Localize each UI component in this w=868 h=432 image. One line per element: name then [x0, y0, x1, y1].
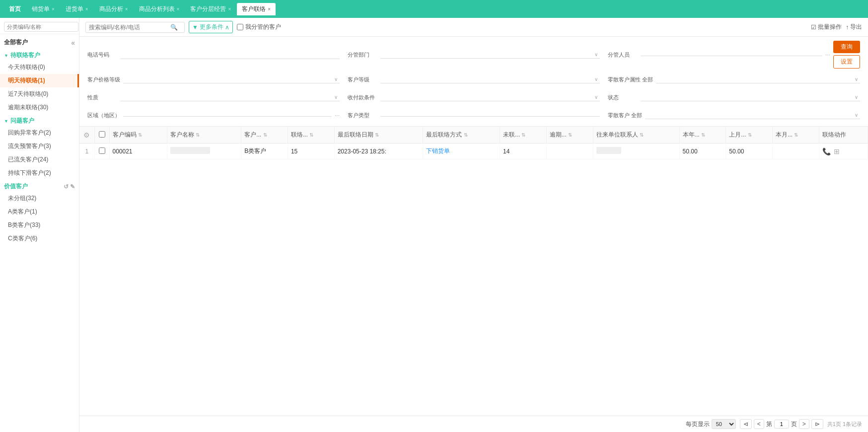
- sales-close-icon[interactable]: ×: [52, 6, 55, 12]
- select-all-checkbox[interactable]: [99, 131, 105, 138]
- page-unit: 页: [791, 420, 797, 429]
- nav-sales[interactable]: 销货单 ×: [27, 3, 60, 15]
- sidebar-item-churn-warning[interactable]: 流失预警客户(3): [0, 140, 79, 153]
- nav-purchase[interactable]: 进货单 ×: [61, 3, 93, 15]
- customer-tier-close-icon[interactable]: ×: [228, 6, 231, 12]
- row-last-method: 下销货单: [423, 144, 500, 159]
- today-contact-label: 今天待联络(0): [8, 64, 45, 71]
- retail-customer-select[interactable]: ∨: [645, 111, 860, 119]
- purchase-close-icon[interactable]: ×: [85, 6, 88, 12]
- table-area: ⚙ 客户编码 ⇅ 客户名称 ⇅: [79, 127, 868, 416]
- query-btn[interactable]: 查询: [833, 41, 860, 53]
- th-type[interactable]: 客户... ⇅: [241, 127, 288, 144]
- filter-row-retail-attr: 零散客户属性 全部 ∨: [608, 72, 860, 86]
- sidebar-item-tomorrow-contact[interactable]: 明天待联络(1): [0, 74, 79, 87]
- th-contact-count[interactable]: 联络... ⇅: [288, 127, 334, 144]
- row-num-value: 1: [85, 148, 88, 155]
- nav-goods-analysis[interactable]: 商品分析 ×: [94, 3, 133, 15]
- phone-action-icon[interactable]: 📞: [822, 147, 831, 155]
- sidebar-item-repurchase-abnormal[interactable]: 回购异常客户(2): [0, 126, 79, 140]
- retail-attr-select[interactable]: ∨: [656, 75, 860, 83]
- filter-search-icon[interactable]: 🔍: [170, 24, 178, 31]
- payment-select[interactable]: ∨: [380, 93, 600, 101]
- row-checkbox[interactable]: [99, 147, 105, 154]
- refresh-icon[interactable]: ↺: [64, 183, 69, 190]
- sidebar-group-pending[interactable]: 待联络客户: [0, 49, 79, 61]
- more-filters-btn[interactable]: ▼ 更多条件 ∧: [189, 21, 233, 33]
- page-number-input[interactable]: [774, 420, 789, 429]
- sidebar-search-input[interactable]: [4, 22, 78, 32]
- sidebar-item-churned[interactable]: 已流失客户(24): [0, 153, 79, 166]
- batch-label: 批量操作: [818, 23, 842, 31]
- th-contact-person[interactable]: 往来单位联系人 ⇅: [593, 127, 679, 144]
- customer-level-chevron-icon: ∨: [594, 76, 598, 82]
- problem-group-label: 问题客户: [10, 117, 34, 125]
- nature-select[interactable]: ∨: [120, 93, 340, 101]
- customer-level-select[interactable]: ∨: [380, 75, 600, 83]
- th-last-month[interactable]: 上月... ⇅: [726, 127, 773, 144]
- batch-btn[interactable]: ☑ 批量操作: [811, 23, 842, 31]
- th-last-date-label: 最后联络日期: [338, 131, 373, 138]
- export-btn[interactable]: ↑ 导出: [846, 23, 862, 31]
- sidebar-group-problem[interactable]: 问题客户: [0, 114, 79, 126]
- goods-analysis-list-label: 商品分析列表: [139, 5, 175, 13]
- row-last-method-link[interactable]: 下销货单: [426, 147, 450, 154]
- row-check[interactable]: [94, 144, 109, 159]
- first-page-btn[interactable]: ⊲: [740, 419, 752, 429]
- filter-bar: 🔍 ▼ 更多条件 ∧ 我分管的客户 ☑ 批量操作 ↑ 导出: [79, 18, 868, 37]
- sidebar-item-class-c[interactable]: C类客户(6): [0, 232, 79, 245]
- status-select[interactable]: ∨: [641, 93, 860, 101]
- nav-goods-analysis-list[interactable]: 商品分析列表 ×: [134, 3, 185, 15]
- row-type-value: B类客户: [244, 147, 266, 154]
- th-settings[interactable]: ⚙: [79, 127, 94, 144]
- person-ellipsis[interactable]: ···: [825, 51, 830, 58]
- goods-analysis-close-icon[interactable]: ×: [125, 6, 128, 12]
- th-code[interactable]: 客户编码 ⇅: [109, 127, 167, 144]
- prev-page-btn[interactable]: <: [754, 419, 764, 429]
- phone-input[interactable]: [120, 51, 340, 59]
- th-this-year[interactable]: 本年... ⇅: [679, 127, 726, 144]
- my-customers-checkbox[interactable]: [237, 24, 243, 30]
- settings-icon[interactable]: ⚙: [83, 131, 90, 139]
- goods-analysis-list-close-icon[interactable]: ×: [177, 6, 180, 12]
- sidebar-collapse-icon[interactable]: «: [71, 39, 75, 47]
- edit-icon[interactable]: ✎: [70, 183, 75, 190]
- sidebar-item-today-contact[interactable]: 今天待联络(0): [0, 61, 79, 74]
- region-ellipsis[interactable]: ···: [335, 112, 340, 119]
- customer-contact-close-icon[interactable]: ×: [268, 6, 271, 12]
- sidebar-item-class-b[interactable]: B类客户(33): [0, 218, 79, 232]
- page-size-select[interactable]: 50 100 200: [712, 419, 736, 429]
- th-name[interactable]: 客户名称 ⇅: [167, 127, 241, 144]
- price-level-label: 客户价格等级: [87, 76, 120, 83]
- sidebar-item-unclassified[interactable]: 未分组(32): [0, 192, 79, 205]
- sidebar-item-week-contact[interactable]: 近7天待联络(0): [0, 87, 79, 101]
- content-area: 🔍 ▼ 更多条件 ∧ 我分管的客户 ☑ 批量操作 ↑ 导出: [79, 18, 868, 432]
- nav-customer-contact[interactable]: 客户联络 ×: [237, 3, 276, 15]
- filter-row-nature: 性质 ∨: [87, 90, 340, 104]
- th-overdue[interactable]: 逾期... ⇅: [546, 127, 593, 144]
- th-last-method[interactable]: 最后联络方式 ⇅: [423, 127, 500, 144]
- contact-count-sort-icon: ⇅: [309, 132, 313, 138]
- my-customers-checkbox-label[interactable]: 我分管的客户: [237, 23, 281, 31]
- action-icons: 📞 ⊞: [822, 147, 865, 155]
- sidebar-item-declining[interactable]: 持续下滑客户(2): [0, 166, 79, 180]
- dept-select[interactable]: ∨: [380, 51, 600, 59]
- th-last-date[interactable]: 最后联络日期 ⇅: [334, 127, 423, 144]
- filter-row-customer-type: 客户类型: [348, 108, 600, 122]
- grid-action-icon[interactable]: ⊞: [834, 147, 840, 155]
- sidebar-item-class-a[interactable]: A类客户(1): [0, 205, 79, 218]
- payment-label: 收付款条件: [348, 94, 377, 101]
- th-check[interactable]: [94, 127, 109, 144]
- last-page-btn[interactable]: ⊳: [811, 419, 823, 429]
- th-uncontacted[interactable]: 未联... ⇅: [500, 127, 546, 144]
- th-this-month[interactable]: 本月... ⇅: [773, 127, 819, 144]
- nav-customer-tier[interactable]: 客户分层经营 ×: [185, 3, 236, 15]
- price-level-select[interactable]: ∨: [123, 75, 340, 83]
- next-page-btn[interactable]: >: [799, 419, 809, 429]
- filter-search-input[interactable]: [89, 24, 168, 31]
- set-btn[interactable]: 设置: [833, 55, 860, 69]
- retail-customer-chevron-icon: ∨: [855, 112, 858, 118]
- sidebar-item-overdue-contact[interactable]: 逾期未联络(30): [0, 101, 79, 114]
- price-level-chevron-icon: ∨: [334, 76, 338, 82]
- nav-home[interactable]: 首页: [4, 3, 26, 15]
